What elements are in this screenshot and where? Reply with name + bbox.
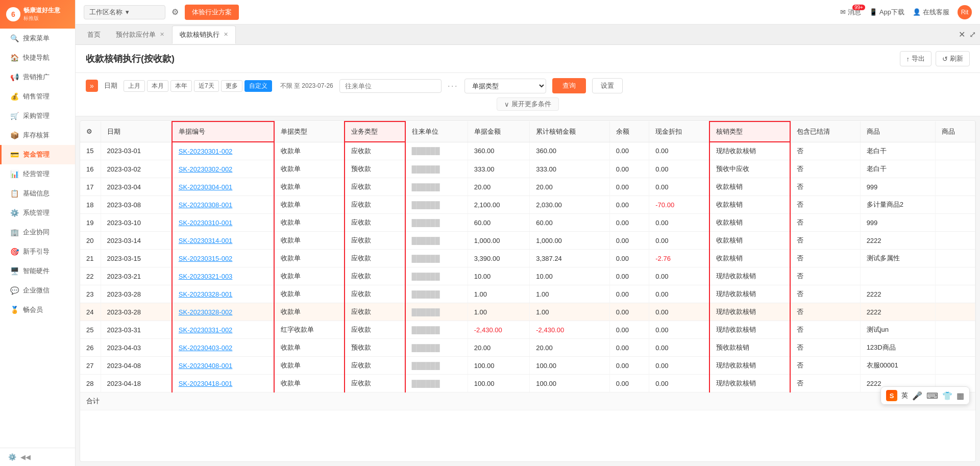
sidebar-item-search[interactable]: 🔍 搜索菜单 bbox=[0, 29, 75, 48]
export-button[interactable]: ↑ 导出 bbox=[900, 51, 932, 66]
table-cell[interactable]: SK-20230314-001 bbox=[172, 232, 274, 250]
ime-mic-icon[interactable]: 🎤 bbox=[912, 391, 922, 401]
sidebar-item-shortcut[interactable]: 🏠 快捷导航 bbox=[0, 48, 75, 67]
tab-prepay[interactable]: 预付款应付单 ✕ bbox=[108, 26, 172, 44]
user-avatar[interactable]: Rit bbox=[958, 5, 972, 19]
table-cell[interactable]: SK-20230301-002 bbox=[172, 142, 274, 160]
col-cash-discount-header[interactable]: 现金折扣 bbox=[649, 121, 709, 142]
col-write-off-type-header[interactable]: 核销类型 bbox=[709, 121, 790, 142]
table-cell: -70.00 bbox=[649, 196, 709, 214]
custom-date-button[interactable]: 自定义 bbox=[244, 80, 272, 92]
tab-collection-close[interactable]: ✕ bbox=[224, 31, 228, 38]
settings-icon[interactable]: ⚙ bbox=[172, 7, 179, 17]
sidebar-item-system[interactable]: ⚙️ 系统管理 bbox=[0, 203, 75, 223]
app-download-button[interactable]: 📱 App下载 bbox=[869, 8, 904, 17]
online-service-button[interactable]: 👤 在线客服 bbox=[913, 8, 949, 17]
col-date-header[interactable]: 日期 bbox=[101, 121, 172, 142]
filter-settings-button[interactable]: 设置 bbox=[592, 78, 623, 93]
sidebar-item-operations[interactable]: 📊 经营管理 bbox=[0, 164, 75, 184]
table-row[interactable]: 212023-03-15SK-20230315-002收款单应收款██████3… bbox=[80, 250, 975, 267]
table-cell: -2,430.00 bbox=[530, 321, 610, 339]
voucher-type-select[interactable]: 单据类型 收款单 红字收款单 bbox=[464, 79, 546, 93]
refresh-button[interactable]: ↺ 刷新 bbox=[936, 51, 970, 66]
last-month-button[interactable]: 上月 bbox=[124, 80, 145, 92]
ime-keyboard-icon[interactable]: ⌨ bbox=[926, 391, 938, 401]
tab-prepay-close[interactable]: ✕ bbox=[160, 31, 164, 38]
maximize-button[interactable]: ⤢ bbox=[969, 30, 976, 39]
col-include-settled-header[interactable]: 包含已结清 bbox=[790, 121, 861, 142]
col-balance-header[interactable]: 余额 bbox=[609, 121, 649, 142]
workspace-selector[interactable]: 工作区名称 ▾ bbox=[84, 5, 165, 19]
sidebar-item-member[interactable]: 🏅 畅会员 bbox=[0, 300, 75, 320]
sidebar-item-purchase[interactable]: 🛒 采购管理 bbox=[0, 106, 75, 126]
table-row[interactable]: 282023-04-18SK-20230418-001收款单应收款██████1… bbox=[80, 375, 975, 393]
partner-input[interactable] bbox=[339, 79, 442, 93]
table-cell[interactable]: SK-20230310-001 bbox=[172, 214, 274, 232]
sidebar-item-basic[interactable]: 📋 基础信息 bbox=[0, 184, 75, 203]
table-cell: 现结收款核销 bbox=[709, 142, 790, 160]
col-settings-header[interactable]: ⚙ bbox=[80, 121, 101, 142]
table-row[interactable]: 152023-03-01SK-20230301-002收款单应收款██████3… bbox=[80, 142, 975, 160]
col-biz-type-header[interactable]: 业务类型 bbox=[345, 121, 405, 142]
table-cell[interactable]: SK-20230315-002 bbox=[172, 250, 274, 267]
close-all-tabs-button[interactable]: ✕ bbox=[959, 30, 965, 39]
table-row[interactable]: 192023-03-10SK-20230310-001收款单应收款██████6… bbox=[80, 214, 975, 232]
collapse-icon[interactable]: ◀◀ bbox=[20, 453, 31, 461]
col-partner-header[interactable]: 往来单位 bbox=[405, 121, 468, 142]
sidebar-item-marketing[interactable]: 📢 营销推广 bbox=[0, 67, 75, 87]
table-cell: 1.00 bbox=[530, 303, 610, 321]
table-cell[interactable]: SK-20230328-002 bbox=[172, 303, 274, 321]
col-goods-header[interactable]: 商品 bbox=[860, 121, 936, 142]
table-row[interactable]: 272023-04-08SK-20230408-001收款单应收款██████1… bbox=[80, 357, 975, 375]
sidebar-item-sales[interactable]: 💰 销售管理 bbox=[0, 87, 75, 106]
table-row[interactable]: 202023-03-14SK-20230314-001收款单应收款██████1… bbox=[80, 232, 975, 250]
table-cell: 0.00 bbox=[609, 250, 649, 267]
col-voucher-no-header[interactable]: 单据编号 bbox=[172, 121, 274, 142]
col-cumulative-header[interactable]: 累计核销金额 bbox=[530, 121, 610, 142]
this-month-button[interactable]: 本月 bbox=[147, 80, 168, 92]
sidebar-item-enterprise[interactable]: 🏢 企业协同 bbox=[0, 223, 75, 242]
table-row[interactable]: 242023-03-28SK-20230328-002收款单应收款██████1… bbox=[80, 303, 975, 321]
table-row[interactable]: 182023-03-08SK-20230308-001收款单应收款██████2… bbox=[80, 196, 975, 214]
table-cell[interactable]: SK-20230408-001 bbox=[172, 357, 274, 375]
messages-button[interactable]: ✉ 消息 99+ bbox=[840, 8, 861, 17]
table-cell[interactable]: SK-20230403-002 bbox=[172, 339, 274, 357]
sidebar-item-wechat[interactable]: 💬 企业微信 bbox=[0, 281, 75, 300]
table-cell[interactable]: SK-20230328-001 bbox=[172, 285, 274, 303]
sidebar-item-finance[interactable]: 💳 资金管理 bbox=[0, 145, 75, 164]
tab-home[interactable]: 首页 bbox=[80, 26, 108, 44]
table-cell[interactable]: SK-20230418-001 bbox=[172, 375, 274, 393]
col-voucher-type-header[interactable]: 单据类型 bbox=[274, 121, 345, 142]
solution-button[interactable]: 体验行业方案 bbox=[185, 5, 239, 20]
table-cell[interactable]: SK-20230304-001 bbox=[172, 178, 274, 196]
this-year-button[interactable]: 本年 bbox=[170, 80, 192, 92]
ime-grid-icon[interactable]: ▦ bbox=[957, 391, 964, 401]
sidebar-item-inventory[interactable]: 📦 库存核算 bbox=[0, 126, 75, 145]
table-cell: 0.00 bbox=[609, 321, 649, 339]
sidebar-item-guide[interactable]: 🎯 新手引导 bbox=[0, 242, 75, 261]
sidebar-item-hardware[interactable]: 🖥️ 智能硬件 bbox=[0, 261, 75, 281]
ime-shirt-icon[interactable]: 👕 bbox=[942, 391, 952, 401]
last-7-days-button[interactable]: 近7天 bbox=[194, 80, 219, 92]
settings-gear-icon[interactable]: ⚙️ bbox=[8, 453, 16, 461]
table-row[interactable]: 232023-03-28SK-20230328-001收款单应收款██████1… bbox=[80, 285, 975, 303]
query-button[interactable]: 查询 bbox=[552, 78, 586, 93]
table-row[interactable]: 162023-03-02SK-20230302-002收款单预收款██████3… bbox=[80, 160, 975, 178]
logo-text: 畅康道好生意 bbox=[23, 7, 60, 15]
table-row[interactable]: 222023-03-21SK-20230321-003收款单应收款██████1… bbox=[80, 267, 975, 285]
table-row[interactable]: 252023-03-31SK-20230331-002红字收款单应收款█████… bbox=[80, 321, 975, 339]
expand-more-button[interactable]: ∨ 展开更多条件 bbox=[497, 97, 559, 111]
table-row[interactable]: 172023-03-04SK-20230304-001收款单应收款██████2… bbox=[80, 178, 975, 196]
table-cell[interactable]: SK-20230302-002 bbox=[172, 160, 274, 178]
table-cell[interactable]: SK-20230331-002 bbox=[172, 321, 274, 339]
table-cell[interactable]: SK-20230321-003 bbox=[172, 267, 274, 285]
table-cell: 0.00 bbox=[609, 214, 649, 232]
more-date-button[interactable]: 更多 bbox=[221, 80, 242, 92]
col-goods-img-header[interactable]: 商品 bbox=[936, 121, 975, 142]
sidebar-bottom[interactable]: ⚙️ ◀◀ bbox=[0, 448, 75, 466]
table-cell[interactable]: SK-20230308-001 bbox=[172, 196, 274, 214]
col-amount-header[interactable]: 单据金额 bbox=[468, 121, 529, 142]
filter-expand-button[interactable]: » bbox=[86, 80, 98, 92]
table-row[interactable]: 262023-04-03SK-20230403-002收款单预收款██████2… bbox=[80, 339, 975, 357]
tab-collection[interactable]: 收款核销执行 ✕ bbox=[172, 26, 236, 44]
